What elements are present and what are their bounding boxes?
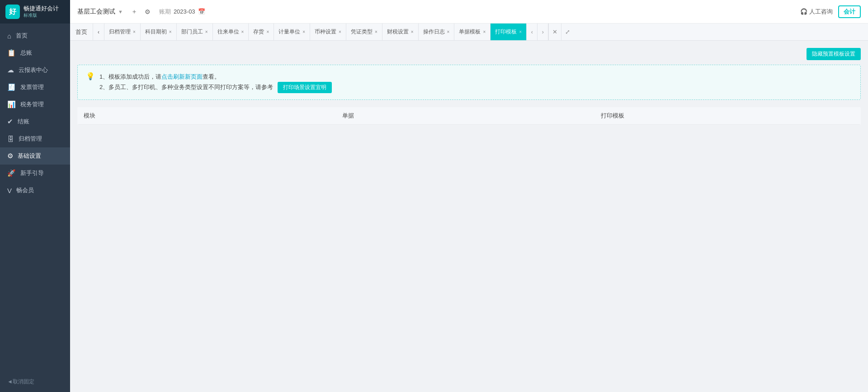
add-tab-btn[interactable]: ＋	[128, 6, 140, 18]
help-btn[interactable]: 🎧 人工咨询	[800, 8, 833, 16]
notice-line1-after: 查看。	[203, 73, 220, 80]
sidebar-menu: ⌂首页📋总账☁云报表中心🧾发票管理📊税务管理✔结账🗄归档管理⚙基础设置🚀新手引导…	[0, 24, 70, 372]
tab-label: 币种设置	[315, 28, 336, 36]
tab-prev-btn[interactable]: ‹	[527, 24, 538, 41]
settings-top-right: 隐藏预置模板设置	[77, 48, 861, 60]
period-value: 2023-03	[174, 8, 195, 15]
tab-close-icon[interactable]: ×	[241, 29, 244, 34]
settings-btn[interactable]: ⚙	[142, 6, 154, 18]
sidebar-item-ledger[interactable]: 📋总账	[0, 44, 70, 61]
tab-部门员工[interactable]: 部门员工×	[177, 24, 213, 41]
tab-close-icon[interactable]: ×	[169, 29, 172, 34]
sidebar-item-tax[interactable]: 📊税务管理	[0, 96, 70, 113]
sidebar-label-archive: 归档管理	[19, 135, 42, 143]
notice-line1: 1、模板添加成功后，请点击刷新新页面查看。	[99, 71, 332, 82]
tab-expand-btn[interactable]: ⤢	[561, 24, 574, 41]
tab-close-icon[interactable]: ×	[447, 29, 450, 34]
topbar-actions: ＋ ⚙	[128, 6, 154, 18]
period-label: 账期	[159, 8, 171, 16]
ledger-icon: 📋	[7, 49, 16, 57]
sidebar-item-settlement[interactable]: ✔结账	[0, 113, 70, 130]
notice-line2-before: 2、多员工、多打印机、多种业务类型设置不同打印方案等，请参考	[99, 84, 273, 90]
sidebar-label-guide: 新手引导	[20, 169, 44, 177]
tab-label: 单据模板	[459, 28, 481, 36]
sidebar-item-home[interactable]: ⌂首页	[0, 27, 70, 44]
sidebar-label-member: 畅会员	[16, 186, 34, 194]
sidebar-item-guide[interactable]: 🚀新手引导	[0, 165, 70, 182]
logo-text-block: 畅捷通好会计 标准版	[24, 5, 59, 19]
explain-btn[interactable]: 打印场景设置宜明	[278, 82, 332, 93]
unpin-label: ◄取消固定	[7, 378, 34, 386]
tab-存货[interactable]: 存货×	[249, 24, 274, 41]
tab-close-icon[interactable]: ×	[375, 29, 377, 34]
reports-icon: ☁	[7, 66, 14, 74]
notice-content: 💡 1、模板添加成功后，请点击刷新新页面查看。 2、多员工、多打印机、多种业务类…	[86, 71, 852, 93]
sidebar: 好 畅捷通好会计 标准版 ⌂首页📋总账☁云报表中心🧾发票管理📊税务管理✔结账🗄归…	[0, 0, 70, 392]
sidebar-label-settlement: 结账	[18, 118, 29, 126]
table-header-row: 模块 单据 打印模板	[77, 107, 861, 125]
sidebar-label-settings: 基础设置	[18, 152, 41, 160]
org-dropdown-icon: ▼	[118, 9, 123, 14]
col-header-module: 模块	[77, 107, 336, 125]
tab-label: 存货	[253, 28, 264, 36]
tabbar: 首页 ‹ 归档管理×科目期初×部门员工×往来单位×存货×计量单位×币种设置×凭证…	[70, 24, 868, 41]
help-label: 人工咨询	[809, 8, 833, 16]
settings-icon: ⚙	[7, 152, 13, 160]
tab-label: 归档管理	[109, 28, 131, 36]
tab-close-icon[interactable]: ×	[519, 29, 522, 34]
notice-text: 1、模板添加成功后，请点击刷新新页面查看。 2、多员工、多打印机、多种业务类型设…	[99, 71, 332, 93]
tab-币种设置[interactable]: 币种设置×	[310, 24, 346, 41]
tab-close-icon[interactable]: ×	[302, 29, 305, 34]
tab-凭证类型[interactable]: 凭证类型×	[346, 24, 382, 41]
content-area: 隐藏预置模板设置 💡 1、模板添加成功后，请点击刷新新页面查看。 2、多员工、多…	[70, 41, 868, 392]
headset-icon: 🎧	[800, 8, 807, 15]
tab-close-icon[interactable]: ×	[133, 29, 136, 34]
tab-label: 打印模板	[495, 28, 517, 36]
tab-close-icon[interactable]: ×	[339, 29, 341, 34]
tab-back-nav[interactable]: ‹	[93, 24, 104, 41]
tab-财税设置[interactable]: 财税设置×	[382, 24, 419, 41]
tab-home[interactable]: 首页	[70, 24, 93, 41]
settlement-icon: ✔	[7, 118, 13, 126]
hide-preview-btn[interactable]: 隐藏预置模板设置	[807, 48, 861, 60]
sidebar-label-home: 首页	[16, 32, 28, 40]
tab-计量单位[interactable]: 计量单位×	[274, 24, 310, 41]
topbar-right: 🎧 人工咨询 会计	[800, 5, 861, 18]
sidebar-item-archive[interactable]: 🗄归档管理	[0, 130, 70, 147]
tab-打印模板[interactable]: 打印模板×	[491, 24, 527, 41]
sidebar-item-member[interactable]: V畅会员	[0, 182, 70, 199]
sidebar-item-reports[interactable]: ☁云报表中心	[0, 61, 70, 79]
member-icon: V	[7, 187, 12, 194]
tab-label: 部门员工	[181, 28, 203, 36]
home-icon: ⌂	[7, 32, 11, 40]
tax-icon: 📊	[7, 100, 16, 109]
kuaiji-btn[interactable]: 会计	[838, 5, 861, 18]
tab-label: 计量单位	[278, 28, 300, 36]
tab-label: 财税设置	[387, 28, 409, 36]
tab-close-icon[interactable]: ×	[411, 29, 414, 34]
tab-科目期初[interactable]: 科目期初×	[141, 24, 177, 41]
sidebar-unpin-btn[interactable]: ◄取消固定	[0, 372, 70, 392]
notice-refresh-link[interactable]: 点击刷新新页面	[161, 73, 203, 80]
sidebar-label-tax: 税务管理	[20, 100, 44, 109]
bulb-icon: 💡	[86, 72, 95, 80]
sidebar-item-settings[interactable]: ⚙基础设置	[0, 147, 70, 165]
calendar-icon[interactable]: 📅	[198, 8, 205, 15]
tab-close-icon[interactable]: ×	[205, 29, 208, 34]
tab-close-all-btn[interactable]: ✕	[548, 24, 561, 41]
tab-next-btn[interactable]: ›	[538, 24, 548, 41]
notice-line2: 2、多员工、多打印机、多种业务类型设置不同打印方案等，请参考 打印场景设置宜明	[99, 82, 332, 93]
sidebar-item-invoice[interactable]: 🧾发票管理	[0, 79, 70, 96]
tab-往来单位[interactable]: 往来单位×	[213, 24, 249, 41]
print-template-table: 模块 单据 打印模板	[77, 107, 861, 125]
tab-label: 往来单位	[217, 28, 239, 36]
org-selector[interactable]: 基层工会测试 ▼	[77, 8, 123, 16]
tab-操作日志[interactable]: 操作日志×	[419, 24, 455, 41]
tab-归档管理[interactable]: 归档管理×	[104, 24, 141, 41]
tab-close-icon[interactable]: ×	[266, 29, 269, 34]
tab-单据模板[interactable]: 单据模板×	[454, 24, 491, 41]
tab-label: 操作日志	[423, 28, 445, 36]
col-header-form: 单据	[336, 107, 594, 125]
tab-close-icon[interactable]: ×	[483, 29, 486, 34]
app-logo-icon: 好	[5, 5, 20, 19]
